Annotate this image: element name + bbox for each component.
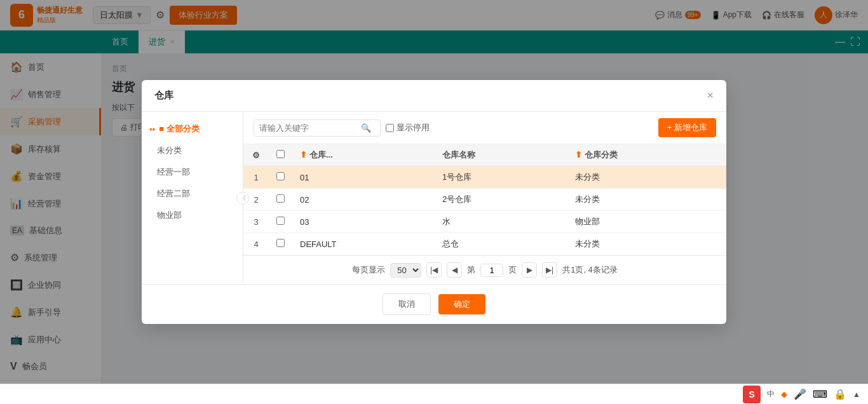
page-last-button[interactable]: ▶| [542,262,557,278]
mic-icon[interactable]: 🎤 [794,388,806,400]
page-number-input[interactable] [480,264,503,277]
select-all-checkbox[interactable] [276,150,285,158]
bottom-bar: S 中 ◆ 🎤 ⌨ 🔒 ▲ [0,384,868,404]
search-box: 🔍 [254,119,381,137]
confirm-button[interactable]: 确定 [438,294,485,314]
modal-close-button[interactable]: × [707,89,714,102]
row-code: 01 [292,166,435,189]
grid-icon: ▪▪ [149,125,155,134]
row-checkbox-cell[interactable] [269,233,292,255]
lock-icon[interactable]: 🔒 [834,388,846,400]
row-code: 02 [292,189,435,211]
table-row[interactable]: 2 02 2号仓库 未分类 [243,189,726,211]
row-code: 03 [292,211,435,233]
th-name: 仓库名称 [435,144,567,166]
modal-all-category[interactable]: ▪▪ ■ 全部分类 [142,118,243,140]
per-page-select[interactable]: 50 [390,263,421,278]
warehouse-table: ⚙ ⬆仓库... 仓库名称 ⬆仓库分类 [243,144,726,255]
row-checkbox[interactable] [276,217,285,225]
row-name: 水 [435,211,567,233]
chinese-input-icon[interactable]: 中 [767,389,775,400]
dot-icon: ◆ [781,389,787,399]
cancel-button[interactable]: 取消 [383,293,431,315]
row-checkbox-cell[interactable] [269,189,292,211]
row-checkbox[interactable] [276,172,285,180]
modal-title: 仓库 [154,90,173,102]
modal-main: 🔍 显示停用 + 新增仓库 ⚙ [243,112,726,284]
s-logo: S [743,386,761,403]
row-checkbox-cell[interactable] [269,211,292,233]
row-category: 未分类 [567,189,726,211]
modal-category-ops1[interactable]: 经营一部 [142,161,243,183]
keyboard-icon[interactable]: ⌨ [813,388,827,400]
th-settings: ⚙ [243,144,269,166]
search-icon[interactable]: 🔍 [356,120,376,136]
row-name: 2号仓库 [435,189,567,211]
modal-footer: 取消 确定 [142,284,726,324]
show-disabled-label[interactable]: 显示停用 [386,122,430,133]
table-row[interactable]: 4 DEFAULT 总仓 未分类 [243,233,726,255]
modal-overlay: 仓库 × ▪▪ ■ 全部分类 未分类 经营一部 经营二部 物业部 《 [0,0,868,404]
th-code: ⬆仓库... [292,144,435,166]
row-category: 未分类 [567,166,726,189]
page-prev-button[interactable]: ◀ [447,262,462,278]
up-arrow-icon[interactable]: ▲ [853,390,860,399]
sidebar-collapse-button[interactable]: 《 [236,192,249,205]
modal-body: ▪▪ ■ 全部分类 未分类 经营一部 经营二部 物业部 《 🔍 [142,112,726,284]
new-warehouse-button[interactable]: + 新增仓库 [658,118,716,137]
modal-category-property[interactable]: 物业部 [142,205,243,226]
row-name: 1号仓库 [435,166,567,189]
row-code: DEFAULT [292,233,435,255]
page-first-button[interactable]: |◀ [426,262,442,278]
pagination: 每页显示 50 |◀ ◀ 第 页 ▶ ▶| 共1页, 4条记录 [243,255,726,284]
search-input[interactable] [254,120,356,136]
row-num: 4 [243,233,269,255]
page-next-button[interactable]: ▶ [522,262,537,278]
table-row[interactable]: 3 03 水 物业部 [243,211,726,233]
row-num: 3 [243,211,269,233]
table-header-row: ⚙ ⬆仓库... 仓库名称 ⬆仓库分类 [243,144,726,166]
modal-toolbar: 🔍 显示停用 + 新增仓库 [243,112,726,144]
modal-category-ops2[interactable]: 经营二部 [142,183,243,205]
modal-header: 仓库 × [142,80,726,112]
warehouse-modal: 仓库 × ▪▪ ■ 全部分类 未分类 经营一部 经营二部 物业部 《 [142,80,726,324]
row-checkbox[interactable] [276,194,285,203]
show-disabled-checkbox[interactable] [386,124,394,132]
row-checkbox[interactable] [276,239,285,247]
sort-icon: ⬆ [300,150,307,159]
sort-icon2: ⬆ [575,150,582,159]
modal-sidebar: ▪▪ ■ 全部分类 未分类 经营一部 经营二部 物业部 《 [142,112,243,284]
th-category: ⬆仓库分类 [567,144,726,166]
table-row[interactable]: 1 01 1号仓库 未分类 [243,166,726,189]
modal-category-unclassified[interactable]: 未分类 [142,140,243,161]
th-checkbox [269,144,292,166]
row-name: 总仓 [435,233,567,255]
row-category: 未分类 [567,233,726,255]
row-checkbox-cell[interactable] [269,166,292,189]
row-num: 1 [243,166,269,189]
row-category: 物业部 [567,211,726,233]
